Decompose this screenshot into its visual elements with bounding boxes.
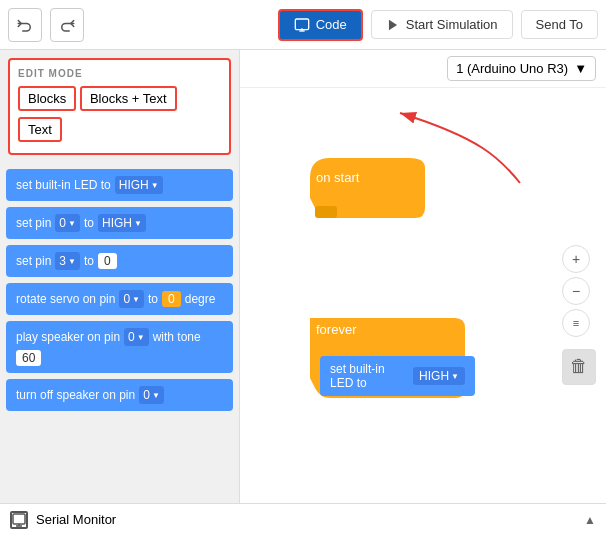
pin0-dropdown[interactable]: 0 ▼ <box>55 214 80 232</box>
canvas-header: 1 (Arduino Uno R3) ▼ <box>240 50 606 88</box>
forever-label: forever <box>316 322 356 337</box>
undo-button[interactable] <box>8 8 42 42</box>
blocks-list: set built-in LED to HIGH ▼ set pin 0 ▼ t… <box>0 163 239 503</box>
svg-rect-7 <box>13 514 25 524</box>
on-start-block: on start <box>300 148 430 231</box>
tone-val: 60 <box>16 350 41 366</box>
pin-val: 0 <box>98 253 117 269</box>
block-set-builtin-led[interactable]: set built-in LED to HIGH ▼ <box>6 169 233 201</box>
arrow-annotation <box>460 128 540 191</box>
edit-mode-blocks-text[interactable]: Blocks + Text <box>80 86 177 111</box>
serial-expand-button[interactable]: ▲ <box>584 513 596 527</box>
redo-button[interactable] <box>50 8 84 42</box>
fit-button[interactable]: ≡ <box>562 309 590 337</box>
main-area: EDIT MODE Blocks Blocks + Text Text set … <box>0 50 606 503</box>
block-turn-off-speaker[interactable]: turn off speaker on pin 0 ▼ <box>6 379 233 411</box>
code-button[interactable]: Code <box>278 9 363 41</box>
edit-mode-blocks[interactable]: Blocks <box>18 86 76 111</box>
inner-led-block: set built-in LED to HIGH ▼ <box>320 356 475 396</box>
edit-mode-box: EDIT MODE Blocks Blocks + Text Text <box>8 58 231 155</box>
forever-block: forever set built-in LED to HIGH ▼ <box>300 308 475 411</box>
speaker-pin-dropdown[interactable]: 0 ▼ <box>124 328 149 346</box>
pin-high-dropdown[interactable]: HIGH ▼ <box>98 214 146 232</box>
svg-marker-3 <box>389 19 397 30</box>
start-label: Start Simulation <box>406 17 498 32</box>
led-state-dropdown[interactable]: HIGH ▼ <box>115 176 163 194</box>
serial-monitor-icon <box>10 511 28 529</box>
edit-mode-label: EDIT MODE <box>18 68 221 79</box>
send-to-button[interactable]: Send To <box>521 10 598 39</box>
block-rotate-servo[interactable]: rotate servo on pin 0 ▼ to 0 degre <box>6 283 233 315</box>
device-chevron-icon: ▼ <box>574 61 587 76</box>
edit-mode-text[interactable]: Text <box>18 117 62 142</box>
send-label: Send To <box>536 17 583 32</box>
block-set-pin-high[interactable]: set pin 0 ▼ to HIGH ▼ <box>6 207 233 239</box>
left-panel: EDIT MODE Blocks Blocks + Text Text set … <box>0 50 240 503</box>
trash-button[interactable]: 🗑 <box>562 349 596 385</box>
on-start-label: on start <box>316 170 359 185</box>
pin3-dropdown[interactable]: 3 ▼ <box>55 252 80 270</box>
speaker-off-pin-dropdown[interactable]: 0 ▼ <box>139 386 164 404</box>
start-simulation-button[interactable]: Start Simulation <box>371 10 513 39</box>
right-canvas: 1 (Arduino Uno R3) ▼ <box>240 50 606 503</box>
inner-block-text: set built-in LED to <box>330 362 407 390</box>
zoom-out-button[interactable]: − <box>562 277 590 305</box>
code-label: Code <box>316 17 347 32</box>
serial-monitor-label: Serial Monitor <box>36 512 116 527</box>
servo-deg-val: 0 <box>162 291 181 307</box>
servo-pin-dropdown[interactable]: 0 ▼ <box>119 290 144 308</box>
svg-rect-5 <box>315 206 337 218</box>
block-play-speaker[interactable]: play speaker on pin 0 ▼ with tone 60 <box>6 321 233 373</box>
inner-dropdown-value: HIGH <box>419 369 449 383</box>
svg-rect-0 <box>295 19 308 30</box>
device-select[interactable]: 1 (Arduino Uno R3) ▼ <box>447 56 596 81</box>
serial-monitor-bar: Serial Monitor ▲ <box>0 503 606 535</box>
toolbar: Code Start Simulation Send To <box>0 0 606 50</box>
zoom-in-button[interactable]: + <box>562 245 590 273</box>
block-set-pin-val[interactable]: set pin 3 ▼ to 0 <box>6 245 233 277</box>
canvas-body[interactable]: on start forever set built-in LED to HIG… <box>240 88 606 503</box>
device-label: 1 (Arduino Uno R3) <box>456 61 568 76</box>
zoom-controls: + − ≡ 🗑 <box>562 245 596 385</box>
inner-dropdown[interactable]: HIGH ▼ <box>413 367 465 385</box>
